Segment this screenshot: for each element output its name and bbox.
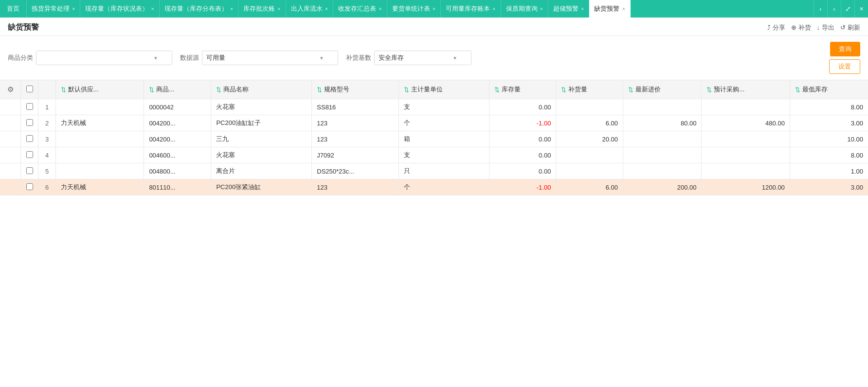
tab-close-btn[interactable]: × [540, 6, 543, 12]
col-latest-price-label: 最新进价 [635, 85, 661, 94]
tab-order-stat[interactable]: 要货单统计表× [387, 0, 441, 18]
table-row: 3 004200... 三九 123 箱 0.00 20.00 10.00 [0, 131, 868, 147]
nav-arrows: ‹ › ⤢ × [814, 0, 868, 18]
col-product-code-label: 商品... [156, 85, 174, 94]
tab-stock-dist[interactable]: 现存量（库存分布表）× [160, 0, 238, 18]
row-checkbox-cell [21, 147, 38, 163]
tab-close-btn[interactable]: × [581, 6, 584, 12]
header-actions: ⤴ 分享 ⊕ 补货 ↓ 导出 ↺ 刷新 [767, 23, 861, 32]
tab-close-btn[interactable]: × [277, 6, 280, 12]
row-replenish [556, 99, 623, 115]
tab-close-btn[interactable]: × [433, 6, 435, 12]
row-latest-price [623, 99, 702, 115]
row-stock: 0.00 [489, 131, 556, 147]
row-latest-price [623, 147, 702, 163]
share-icon: ⤴ [767, 24, 771, 31]
tab-close-btn[interactable]: × [492, 6, 495, 12]
col-latest-price: ⇅ 最新进价 [623, 80, 702, 99]
share-button[interactable]: ⤴ 分享 [767, 23, 785, 32]
tab-expiry[interactable]: 保质期查询× [501, 0, 548, 18]
row-stock: -1.00 [489, 179, 556, 195]
tab-shortage[interactable]: 缺货预警× [589, 0, 630, 18]
tab-close-btn[interactable]: × [230, 6, 233, 12]
row-product-name: PC200张紧油缸 [211, 179, 312, 195]
export-label: 导出 [822, 23, 834, 32]
tab-close-btn[interactable]: × [622, 6, 625, 12]
settings-button[interactable]: 设置 [829, 59, 860, 74]
tab-stock-status[interactable]: 现存量（库存状况表）× [80, 0, 159, 18]
tab-close-btn[interactable]: × [72, 6, 75, 12]
export-icon: ↓ [817, 24, 820, 31]
sort-icon: ⇅ [317, 86, 322, 93]
tab-inout[interactable]: 出入库流水× [286, 0, 333, 18]
col-est-purchase-label: 预计采购... [714, 85, 744, 94]
tab-batch[interactable]: 库存批次账× [238, 0, 286, 18]
row-checkbox-cell [21, 131, 38, 147]
row-checkbox[interactable] [26, 151, 33, 158]
nav-arrow-right[interactable]: › [827, 0, 841, 18]
col-replenish-label: 补货量 [568, 85, 587, 94]
datasource-select[interactable]: 可用量 ▼ [202, 51, 338, 65]
col-min-stock: ⇅ 最低库存 [790, 80, 868, 99]
data-table: ⚙ ⇅ 默认供应... ⇅ 商 [0, 80, 868, 195]
datasource-label: 数据源 [180, 53, 199, 62]
category-select[interactable]: ▼ [36, 51, 172, 65]
table-container: ⚙ ⇅ 默认供应... ⇅ 商 [0, 80, 868, 195]
tab-home[interactable]: 首页 [0, 0, 27, 18]
tabs-container: 拣货异常处理×现存量（库存状况表）×现存量（库存分布表）×库存批次账×出入库流水… [27, 0, 814, 18]
nav-restore-btn[interactable]: ⤢ [841, 0, 854, 18]
row-checkbox[interactable] [26, 183, 33, 190]
row-est-purchase [702, 147, 790, 163]
nav-close-btn[interactable]: × [854, 0, 868, 18]
export-button[interactable]: ↓ 导出 [817, 23, 835, 32]
col-spec-label: 规格型号 [324, 85, 349, 94]
row-action-cell [0, 131, 21, 147]
refresh-button[interactable]: ↺ 刷新 [840, 23, 860, 32]
row-checkbox[interactable] [26, 167, 33, 174]
tab-label: 现存量（库存状况表） [85, 4, 148, 13]
tab-label: 拣货异常处理 [32, 4, 70, 13]
tab-close-btn[interactable]: × [379, 6, 381, 12]
tab-available[interactable]: 可用量库存账本× [441, 0, 501, 18]
col-spec: ⇅ 规格型号 [312, 80, 399, 99]
tab-close-btn[interactable]: × [325, 6, 328, 12]
row-unit: 个 [399, 179, 489, 195]
page-title: 缺货预警 [8, 22, 39, 33]
row-unit: 只 [399, 163, 489, 179]
table-row: 4 004600... 火花塞 J7092 支 0.00 8.00 [0, 147, 868, 163]
row-est-purchase: 1200.00 [702, 179, 790, 195]
refresh-label: 刷新 [848, 23, 860, 32]
tab-overstock[interactable]: 超储预警× [548, 0, 589, 18]
table-settings-icon[interactable]: ⚙ [5, 84, 16, 95]
nav-arrow-left[interactable]: ‹ [814, 0, 827, 18]
tab-receive[interactable]: 收发存汇总表× [333, 0, 387, 18]
row-product-name: 三九 [211, 131, 312, 147]
table-row: 6 力天机械 801110... PC200张紧油缸 123 个 -1.00 6… [0, 179, 868, 195]
basis-select[interactable]: 安全库存 ▼ [374, 51, 471, 65]
page-header: 缺货预警 ⤴ 分享 ⊕ 补货 ↓ 导出 ↺ 刷新 [0, 18, 868, 36]
category-arrow-icon: ▼ [153, 55, 158, 61]
row-unit: 个 [399, 115, 489, 131]
filter-area: 商品分类 ▼ 数据源 可用量 ▼ 补货基数 安全库存 ▼ 查询 设置 [0, 36, 868, 80]
row-latest-price: 80.00 [623, 115, 702, 131]
row-checkbox[interactable] [26, 119, 33, 126]
select-all-checkbox[interactable] [26, 86, 33, 92]
filter-actions: 查询 设置 [829, 42, 860, 74]
row-checkbox[interactable] [26, 103, 33, 110]
row-seq: 5 [38, 163, 56, 179]
tab-exception[interactable]: 拣货异常处理× [27, 0, 80, 18]
row-replenish: 6.00 [556, 179, 623, 195]
tab-label: 可用量库存账本 [446, 4, 490, 13]
replenish-button[interactable]: ⊕ 补货 [791, 23, 811, 32]
row-checkbox[interactable] [26, 135, 33, 142]
query-button[interactable]: 查询 [830, 42, 860, 56]
row-min-stock: 3.00 [790, 115, 868, 131]
sort-icon: ⇅ [149, 86, 154, 93]
tab-close-btn[interactable]: × [151, 6, 154, 12]
row-seq: 3 [38, 131, 56, 147]
row-spec: 123 [312, 115, 399, 131]
replenish-label: 补货 [798, 23, 811, 32]
row-unit: 支 [399, 147, 489, 163]
row-product-name: 火花塞 [211, 147, 312, 163]
row-stock: -1.00 [489, 115, 556, 131]
